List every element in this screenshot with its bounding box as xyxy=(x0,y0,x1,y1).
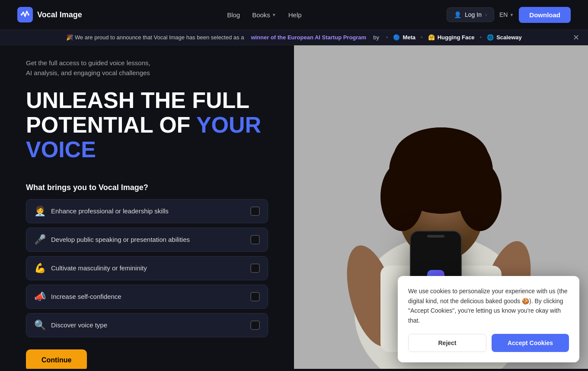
partner-meta: 🔵 Meta xyxy=(393,34,415,41)
option-leadership[interactable]: 🧑‍💼 Enhance professional or leadership s… xyxy=(26,199,268,223)
scaleway-icon: 🌐 xyxy=(487,34,494,41)
cookie-buttons: Reject Accept Cookies xyxy=(408,334,569,352)
voice-type-label: Discover voice type xyxy=(51,321,107,329)
close-announcement-button[interactable]: ✕ xyxy=(573,33,579,42)
masculinity-icon: 💪 xyxy=(34,263,46,274)
hero-subtitle: Get the full access to guided voice less… xyxy=(26,58,268,78)
masculinity-checkbox[interactable] xyxy=(250,263,260,273)
nav-blog[interactable]: Blog xyxy=(227,11,240,19)
leadership-label: Enhance professional or leadership skill… xyxy=(51,207,169,215)
option-confidence[interactable]: 📣 Increase self-confidence xyxy=(26,285,268,309)
login-arrow-icon: › xyxy=(485,12,487,18)
dot-sep-1: • xyxy=(386,34,388,41)
books-chevron-icon: ▼ xyxy=(272,13,276,17)
speaking-checkbox[interactable] xyxy=(250,235,260,244)
dot-sep-3: • xyxy=(480,34,482,41)
masculinity-label: Cultivate masculinity or femininity xyxy=(51,264,147,272)
cookie-text: We use cookies to personalize your exper… xyxy=(408,286,569,325)
announcement-link[interactable]: winner of the European AI Startup Progra… xyxy=(251,34,366,41)
nav-links: Blog Books ▼ Help xyxy=(227,11,302,19)
announcement-text-after: by xyxy=(373,34,379,41)
leadership-checkbox[interactable] xyxy=(250,206,260,216)
option-speaking[interactable]: 🎤 Develop public speaking or presentatio… xyxy=(26,228,268,252)
logo[interactable]: Vocal Image xyxy=(17,7,82,22)
download-button[interactable]: Download xyxy=(519,7,571,23)
speaking-icon: 🎤 xyxy=(34,234,46,245)
navbar: Vocal Image Blog Books ▼ Help 👤 Log In ›… xyxy=(0,0,588,29)
continue-button[interactable]: Continue xyxy=(26,349,87,369)
nav-right: 👤 Log In › EN ▼ Download xyxy=(447,7,571,23)
logo-icon xyxy=(17,7,33,22)
cookie-accept-button[interactable]: Accept Cookies xyxy=(492,334,569,352)
leadership-icon: 🧑‍💼 xyxy=(34,206,46,217)
options-list: 🧑‍💼 Enhance professional or leadership s… xyxy=(26,199,268,337)
svg-point-10 xyxy=(393,127,489,188)
announcement-text-before: 🎉 We are proud to announce that Vocal Im… xyxy=(66,34,244,41)
partner-huggingface: 🤗 Hugging Face xyxy=(428,34,475,41)
announcement-bar: 🎉 We are proud to announce that Vocal Im… xyxy=(0,29,588,45)
cookie-reject-button[interactable]: Reject xyxy=(408,334,486,352)
huggingface-icon: 🤗 xyxy=(428,34,435,41)
voice-type-icon: 🔍 xyxy=(34,320,46,331)
cookie-banner: We use cookies to personalize your exper… xyxy=(398,276,579,362)
voice-type-checkbox[interactable] xyxy=(250,320,260,330)
partner-logos: • 🔵 Meta • 🤗 Hugging Face • 🌐 Scaleway xyxy=(386,34,522,41)
partner-scaleway: 🌐 Scaleway xyxy=(487,34,522,41)
language-selector[interactable]: EN ▼ xyxy=(499,11,514,18)
phone-notch xyxy=(427,235,444,238)
confidence-checkbox[interactable] xyxy=(250,292,260,301)
confidence-label: Increase self-confidence xyxy=(51,293,121,300)
hero-title: UNLEASH THE FULL POTENTIAL OF YOUR VOICE xyxy=(26,88,268,162)
nav-books[interactable]: Books ▼ xyxy=(252,11,276,19)
option-masculinity[interactable]: 💪 Cultivate masculinity or femininity xyxy=(26,256,268,280)
lang-chevron-icon: ▼ xyxy=(509,13,514,17)
svg-point-2 xyxy=(28,14,29,16)
nav-help[interactable]: Help xyxy=(288,11,302,19)
login-button[interactable]: 👤 Log In › xyxy=(447,7,494,22)
confidence-icon: 📣 xyxy=(34,291,46,302)
svg-rect-0 xyxy=(17,7,33,22)
left-panel: Get the full access to guided voice less… xyxy=(0,45,294,369)
logo-text: Vocal Image xyxy=(37,10,82,19)
meta-icon: 🔵 xyxy=(393,34,400,41)
svg-point-1 xyxy=(21,14,22,16)
dot-sep-2: • xyxy=(421,34,423,41)
user-icon: 👤 xyxy=(454,11,461,18)
survey-section-title: What brings you to Vocal Image? xyxy=(26,183,268,192)
speaking-label: Develop public speaking or presentation … xyxy=(51,236,190,243)
option-voice-type[interactable]: 🔍 Discover voice type xyxy=(26,313,268,337)
